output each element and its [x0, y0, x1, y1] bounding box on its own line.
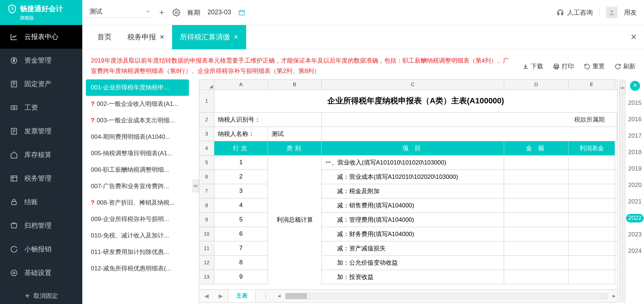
row-header[interactable]: 8	[199, 198, 214, 212]
cell[interactable]	[569, 270, 615, 284]
company-selector[interactable]: 测试	[89, 7, 151, 18]
reset-button[interactable]: 重置	[584, 62, 605, 70]
cell[interactable]: 1	[214, 156, 268, 170]
sidebar-item[interactable]: 小畅报销	[0, 237, 82, 261]
row-header[interactable]: 7	[199, 184, 214, 198]
cell[interactable]	[504, 156, 569, 170]
form-list-item[interactable]: 005-纳税调整项目明细表(A1...	[86, 145, 189, 162]
sidebar-item[interactable]: 库存核算	[0, 143, 82, 167]
close-all-tabs[interactable]: ✕	[630, 33, 637, 42]
cell[interactable]: 9	[214, 270, 268, 284]
cell[interactable]	[504, 270, 569, 284]
year-item[interactable]: 2020	[626, 181, 644, 190]
cell[interactable]	[504, 256, 569, 270]
expand-year-rail[interactable]: ≫	[619, 82, 626, 94]
cell[interactable]	[569, 241, 615, 255]
col-header[interactable]: C	[322, 80, 504, 89]
year-item[interactable]: 2021	[626, 197, 644, 206]
close-icon[interactable]: ✕	[234, 34, 238, 40]
sheet-tab[interactable]: 主表	[228, 289, 256, 302]
cell[interactable]: 6	[214, 227, 268, 241]
avatar[interactable]	[606, 7, 618, 18]
form-list-item[interactable]: 006-职工薪酬纳税调整明细...	[86, 162, 189, 178]
form-list-item[interactable]: ?003-一般企业成本支出明细...	[86, 112, 189, 129]
sidebar-item[interactable]: 结账	[0, 190, 82, 214]
cell[interactable]: 加：公允价值变动收益	[322, 256, 504, 270]
row-header[interactable]: 13	[199, 270, 214, 284]
cell[interactable]: 一、营业收入(填写A101010\101020\103000)	[322, 156, 504, 170]
close-icon[interactable]: ✕	[160, 34, 164, 40]
row-header[interactable]: 6	[199, 170, 214, 184]
year-item[interactable]: 2022	[626, 214, 644, 222]
vertical-scrollbar[interactable]	[619, 79, 625, 303]
cell[interactable]	[569, 184, 615, 198]
form-list-item[interactable]: 004-期间费用明细表(A1040...	[86, 129, 189, 145]
cell[interactable]	[569, 227, 615, 241]
form-list-item[interactable]: ?002-一般企业收入明细表(A1...	[86, 96, 189, 112]
cell[interactable]	[569, 170, 615, 184]
year-item[interactable]: 2023	[626, 230, 644, 239]
sidebar-item[interactable]: 资金管理	[0, 49, 82, 72]
cell[interactable]: 减：营业成本(填写A102010\102020\103000)	[322, 170, 504, 184]
form-list-item[interactable]: 010-免税、减计收入及加计...	[86, 227, 189, 244]
col-header[interactable]: A	[214, 80, 268, 89]
sidebar-item[interactable]: 固定资产	[0, 72, 82, 96]
row-header[interactable]: 1	[199, 90, 214, 112]
row-header[interactable]: 5	[199, 156, 214, 170]
col-header[interactable]: B	[268, 80, 322, 89]
year-item[interactable]: 2018	[626, 148, 644, 157]
cell[interactable]: 2	[214, 170, 268, 184]
cell[interactable]: 减：财务费用(填写A104000)	[322, 227, 504, 241]
cell[interactable]	[504, 241, 569, 255]
spreadsheet[interactable]: A B C D E 1 企业所得税年度纳税申报表（A类）主表(A100000) …	[199, 79, 618, 303]
year-item[interactable]: 2017	[626, 132, 644, 140]
cell[interactable]	[504, 198, 569, 212]
sidebar-item[interactable]: 基础设置	[0, 261, 82, 285]
select-all-corner[interactable]	[199, 80, 214, 89]
col-header[interactable]: D	[504, 80, 569, 89]
row-header[interactable]: 12	[199, 256, 214, 270]
form-list-item[interactable]: 011-研发费用加计扣除优惠...	[86, 244, 189, 260]
form-list-item[interactable]: 001-企业所得税年度纳税申...	[86, 79, 189, 96]
settings-button[interactable]	[172, 9, 180, 16]
form-list-item[interactable]: ?008-资产折旧、摊销及纳税...	[86, 195, 189, 211]
row-header[interactable]: 2	[199, 113, 214, 127]
year-item[interactable]: 2015	[626, 99, 644, 107]
sidebar-item[interactable]: 税务管理	[0, 167, 82, 190]
cell[interactable]: 减：管理费用(填写A104000)	[322, 213, 504, 227]
tab[interactable]: 首页	[89, 25, 119, 49]
scroll-top-icon[interactable]	[630, 81, 640, 91]
cell[interactable]: 减：销售费用(填写A104000)	[322, 198, 504, 212]
print-button[interactable]: 打印	[553, 62, 574, 70]
cell[interactable]	[569, 256, 615, 270]
cell[interactable]	[504, 170, 569, 184]
unpin-button[interactable]: 取消固定	[0, 288, 82, 304]
cell[interactable]: 减：资产减值损失	[322, 241, 504, 255]
sheet-nav[interactable]: ◀▶	[199, 293, 228, 299]
sidebar-item[interactable]: 云报表中心	[0, 25, 82, 49]
calendar-icon[interactable]	[238, 9, 245, 16]
horizontal-scrollbar[interactable]	[285, 293, 608, 299]
cell[interactable]	[504, 184, 569, 198]
form-list-item[interactable]: 009-企业所得税弥补亏损明...	[86, 211, 189, 227]
row-header[interactable]: 4	[199, 141, 214, 155]
row-header[interactable]: 10	[199, 227, 214, 241]
collapse-form-list[interactable]: ≪	[192, 180, 199, 192]
row-header[interactable]: 9	[199, 213, 214, 227]
download-button[interactable]: 下载	[522, 62, 543, 70]
sidebar-item[interactable]: 发票管理	[0, 119, 82, 143]
sidebar-item[interactable]: 归档管理	[0, 214, 82, 237]
row-header[interactable]: 11	[199, 241, 214, 255]
year-item[interactable]: 2024	[626, 247, 644, 255]
cell[interactable]: 加：投资收益	[322, 270, 504, 284]
cell[interactable]: 8	[214, 256, 268, 270]
cell[interactable]: 5	[214, 213, 268, 227]
form-list-item[interactable]: 012-减免所得税优惠明细表(...	[86, 260, 189, 277]
cell[interactable]	[569, 213, 615, 227]
col-header[interactable]: E	[569, 80, 615, 89]
year-item[interactable]: 2016	[626, 115, 644, 124]
cell[interactable]	[504, 213, 569, 227]
year-item[interactable]: 2019	[626, 165, 644, 173]
cell[interactable]: 减：税金及附加	[322, 184, 504, 198]
cell[interactable]: 7	[214, 241, 268, 255]
